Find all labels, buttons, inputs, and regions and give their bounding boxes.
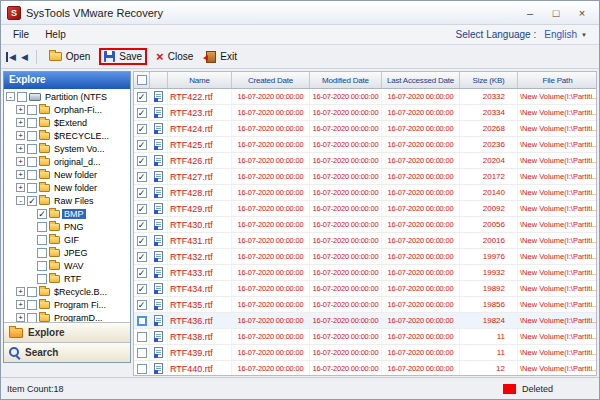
table-row[interactable]: ✓RTF430.rtf16-07-2020 00:00:0016-07-2020… <box>134 217 596 233</box>
tree-checkbox[interactable]: ✓ <box>27 196 37 206</box>
tree-label[interactable]: Partition (NTFS <box>43 92 109 102</box>
nav-button-explore[interactable]: Explore <box>4 322 130 342</box>
row-checkbox[interactable] <box>137 348 147 358</box>
table-row[interactable]: RTF440.rtf16-07-2020 00:00:0016-07-2020 … <box>134 361 596 376</box>
expand-icon[interactable]: + <box>16 157 25 166</box>
tree-item-orphan-fi[interactable]: +Orphan-Fi... <box>4 103 130 116</box>
row-checkbox[interactable]: ✓ <box>137 124 147 134</box>
tree-label[interactable]: JPEG <box>62 248 90 258</box>
expand-icon[interactable]: + <box>16 300 25 309</box>
tree-checkbox[interactable] <box>27 144 37 154</box>
tree-item-original-d[interactable]: +original_d... <box>4 155 130 168</box>
expand-icon[interactable]: + <box>16 170 25 179</box>
menu-file[interactable]: File <box>5 29 37 40</box>
row-checkbox[interactable]: ✓ <box>137 172 147 182</box>
tree-label[interactable]: PNG <box>62 222 86 232</box>
tree-item-recycle[interactable]: +$RECYCLE... <box>4 129 130 142</box>
expand-icon[interactable]: + <box>16 118 25 127</box>
nav-prev-icon[interactable]: ◀ <box>21 52 28 62</box>
row-checkbox[interactable]: ✓ <box>137 236 147 246</box>
tree-checkbox[interactable] <box>17 92 27 102</box>
tree-item-wav[interactable]: WAV <box>4 259 130 272</box>
expand-icon[interactable]: + <box>16 105 25 114</box>
row-checkbox[interactable] <box>137 364 147 374</box>
collapse-icon[interactable]: - <box>6 92 15 101</box>
tree-label[interactable]: RTF <box>62 274 83 284</box>
save-button[interactable]: Save <box>99 48 147 65</box>
tree-item-partition-ntfs[interactable]: -Partition (NTFS <box>4 90 130 103</box>
tree-item-recycle-b[interactable]: +$Recycle.B... <box>4 285 130 298</box>
maximize-button[interactable]: □ <box>543 4 569 22</box>
tree-checkbox[interactable] <box>37 274 47 284</box>
tree-label[interactable]: $RECYCLE... <box>52 131 111 141</box>
tree-label[interactable]: Orphan-Fi... <box>52 105 104 115</box>
table-row[interactable]: ✓RTF435.rtf16-07-2020 00:00:0016-07-2020… <box>134 297 596 313</box>
row-checkbox[interactable] <box>137 332 147 342</box>
tree-label[interactable]: original_d... <box>52 157 103 167</box>
tree-label[interactable]: New folder <box>52 170 99 180</box>
table-row[interactable]: ✓RTF434.rtf16-07-2020 00:00:0016-07-2020… <box>134 281 596 297</box>
row-checkbox[interactable]: ✓ <box>137 300 147 310</box>
tree-item-raw-files[interactable]: -✓Raw Files <box>4 194 130 207</box>
row-checkbox[interactable]: ✓ <box>137 252 147 262</box>
expand-icon[interactable]: + <box>16 287 25 296</box>
tree-label[interactable]: GIF <box>62 235 81 245</box>
tree-label[interactable]: Raw Files <box>52 196 96 206</box>
table-row[interactable]: ✓RTF432.rtf16-07-2020 00:00:0016-07-2020… <box>134 249 596 265</box>
column-header-name[interactable]: Name <box>168 72 232 88</box>
table-row[interactable]: ✓RTF433.rtf16-07-2020 00:00:0016-07-2020… <box>134 265 596 281</box>
tree-item-jpeg[interactable]: JPEG <box>4 246 130 259</box>
menu-help[interactable]: Help <box>37 29 74 40</box>
table-row[interactable]: ✓RTF422.rtf16-07-2020 00:00:0016-07-2020… <box>134 89 596 105</box>
tree-checkbox[interactable] <box>27 313 37 323</box>
tree-label[interactable]: Program Fi... <box>52 300 108 310</box>
table-row[interactable]: RTF438.rtf16-07-2020 00:00:0016-07-2020 … <box>134 329 596 345</box>
tree-checkbox[interactable] <box>37 235 47 245</box>
language-dropdown[interactable]: English ▼ <box>544 29 587 40</box>
row-checkbox[interactable]: ✓ <box>137 268 147 278</box>
tree-label[interactable]: System Vo... <box>52 144 107 154</box>
table-row[interactable]: ✓RTF424.rtf16-07-2020 00:00:0016-07-2020… <box>134 121 596 137</box>
tree-item-rtf[interactable]: RTF <box>4 272 130 285</box>
row-checkbox[interactable]: ✓ <box>137 284 147 294</box>
tree-checkbox[interactable]: ✓ <box>37 209 47 219</box>
tree-checkbox[interactable] <box>27 118 37 128</box>
tree-item-program-fi[interactable]: +Program Fi... <box>4 298 130 311</box>
close-window-button[interactable]: × <box>569 4 595 22</box>
close-button[interactable]: × Close <box>152 49 197 64</box>
nav-button-search[interactable]: Search <box>4 342 130 362</box>
tree-label[interactable]: ProgramD... <box>52 313 105 323</box>
row-checkbox[interactable]: ✓ <box>137 220 147 230</box>
tree-checkbox[interactable] <box>27 287 37 297</box>
tree-checkbox[interactable] <box>27 183 37 193</box>
row-checkbox[interactable] <box>137 316 147 326</box>
tree-item-new-folder[interactable]: +New folder <box>4 181 130 194</box>
select-all-checkbox[interactable] <box>137 75 147 85</box>
exit-button[interactable]: Exit <box>202 49 241 65</box>
tree-item-png[interactable]: PNG <box>4 220 130 233</box>
tree-checkbox[interactable] <box>37 222 47 232</box>
table-row[interactable]: ✓RTF426.rtf16-07-2020 00:00:0016-07-2020… <box>134 153 596 169</box>
tree-label[interactable]: BMP <box>62 209 86 219</box>
tree-checkbox[interactable] <box>27 105 37 115</box>
row-checkbox[interactable]: ✓ <box>137 140 147 150</box>
expand-icon[interactable]: + <box>16 144 25 153</box>
tree-checkbox[interactable] <box>37 248 47 258</box>
column-header-created-date[interactable]: Created Date <box>232 72 310 88</box>
row-checkbox[interactable]: ✓ <box>137 188 147 198</box>
tree-checkbox[interactable] <box>37 261 47 271</box>
tree-checkbox[interactable] <box>27 131 37 141</box>
minimize-button[interactable]: – <box>517 4 543 22</box>
nav-first-icon[interactable]: ◀ <box>6 52 16 62</box>
expand-icon[interactable]: + <box>16 313 25 322</box>
tree-item-gif[interactable]: GIF <box>4 233 130 246</box>
column-header-last-accessed-date[interactable]: Last Accessed Date <box>382 72 460 88</box>
table-row[interactable]: ✓RTF429.rtf16-07-2020 00:00:0016-07-2020… <box>134 201 596 217</box>
tree-item-programd[interactable]: +ProgramD... <box>4 311 130 322</box>
tree-checkbox[interactable] <box>27 157 37 167</box>
collapse-icon[interactable]: - <box>16 196 25 205</box>
tree-item-new-folder[interactable]: +New folder <box>4 168 130 181</box>
tree-checkbox[interactable] <box>27 170 37 180</box>
row-checkbox[interactable]: ✓ <box>137 92 147 102</box>
row-checkbox[interactable]: ✓ <box>137 156 147 166</box>
